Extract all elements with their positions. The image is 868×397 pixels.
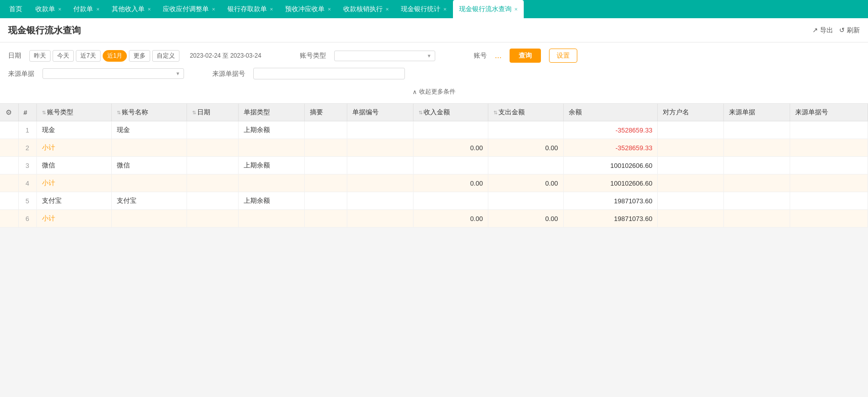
- filter-row-1: 日期 昨天 今天 近7天 近1月 更多 自定义 2023-02-24 至 202…: [8, 49, 860, 63]
- source-doc-select[interactable]: ▾: [42, 68, 184, 79]
- cell-doc-type: [238, 174, 304, 192]
- cell-source-doc: [724, 210, 790, 228]
- nav-ar-ap-adjust-close[interactable]: ×: [212, 6, 215, 12]
- nav-home[interactable]: 首页: [2, 0, 29, 18]
- nav-bank-deposit-label: 银行存取款单: [227, 5, 267, 14]
- nav-cash-bank-flow-close[interactable]: ×: [515, 6, 518, 12]
- cell-income: [413, 157, 488, 174]
- nav-prepay-offset-label: 预收冲应收单: [285, 5, 325, 14]
- date-btn-yesterday[interactable]: 昨天: [29, 50, 51, 62]
- nav-receipt-verify-close[interactable]: ×: [386, 6, 389, 12]
- data-table: ⚙ # ⇅账号类型 ⇅账号名称 ⇅日期 单据类型 摘要 单据编号 ⇅收入金额 ⇅…: [0, 104, 868, 228]
- col-account-name[interactable]: ⇅账号名称: [112, 104, 187, 121]
- cell-balance: 19871073.60: [563, 210, 658, 228]
- cell-doc-num: [347, 139, 413, 157]
- nav-cash-bank-stat[interactable]: 现金银行统计 ×: [395, 0, 452, 18]
- table-row: 6 小计 0.00 0.00 19871073.60: [0, 210, 868, 228]
- account-type-label: 账号类型: [300, 51, 326, 60]
- header-actions: ↗ 导出 ↺ 刷新: [812, 26, 860, 35]
- cell-counterpart: [658, 210, 724, 228]
- nav-payment-close[interactable]: ×: [96, 6, 99, 12]
- query-button[interactable]: 查询: [510, 49, 541, 63]
- cell-account-type: 小计: [36, 174, 112, 192]
- nav-bank-deposit[interactable]: 银行存取款单 ×: [221, 0, 279, 18]
- col-settings[interactable]: ⚙: [0, 104, 18, 121]
- date-btn-7days[interactable]: 近7天: [76, 50, 101, 62]
- cell-account-name: [112, 210, 187, 228]
- account-type-select[interactable]: ▾: [334, 51, 435, 61]
- table-row: 5 支付宝 支付宝 上期余额 19871073.60: [0, 192, 868, 210]
- export-label: 导出: [820, 26, 833, 35]
- nav-payment-label: 付款单: [73, 5, 93, 14]
- table-row: 2 小计 0.00 0.00 -3528659.33: [0, 139, 868, 157]
- cell-num: 6: [18, 210, 36, 228]
- cell-balance: -3528659.33: [563, 139, 658, 157]
- table-body: 1 现金 现金 上期余额 -3528659.33 2 小计 0.00 0.00 …: [0, 121, 868, 228]
- cell-expense: 0.00: [488, 174, 564, 192]
- nav-cash-bank-flow-label: 现金银行流水查询: [459, 5, 512, 14]
- cell-counterpart: [658, 157, 724, 174]
- refresh-icon: ↺: [839, 26, 845, 34]
- table-settings-icon[interactable]: ⚙: [6, 108, 12, 116]
- cell-settings: [0, 192, 18, 210]
- cell-summary: [304, 157, 347, 174]
- cell-account-type: 小计: [36, 139, 112, 157]
- col-balance: 余额: [563, 104, 658, 121]
- col-source-doc-num: 来源单据号: [790, 104, 867, 121]
- col-date[interactable]: ⇅日期: [187, 104, 238, 121]
- date-btn-custom[interactable]: 自定义: [152, 50, 179, 62]
- source-doc-arrow-icon: ▾: [176, 70, 179, 77]
- cell-doc-type: 上期余额: [238, 157, 304, 174]
- cell-doc-num: [347, 210, 413, 228]
- nav-other-income-close[interactable]: ×: [148, 6, 151, 12]
- table-header: ⚙ # ⇅账号类型 ⇅账号名称 ⇅日期 单据类型 摘要 单据编号 ⇅收入金额 ⇅…: [0, 104, 868, 121]
- cell-num: 2: [18, 139, 36, 157]
- cell-num: 5: [18, 192, 36, 210]
- col-num: #: [18, 104, 36, 121]
- cell-income: 0.00: [413, 139, 488, 157]
- source-doc-num-input[interactable]: [253, 68, 405, 79]
- cell-source-doc: [724, 157, 790, 174]
- nav-cash-bank-flow[interactable]: 现金银行流水查询 ×: [453, 0, 524, 18]
- col-account-type[interactable]: ⇅账号类型: [36, 104, 112, 121]
- cell-date: [187, 121, 238, 139]
- col-expense[interactable]: ⇅支出金额: [488, 104, 564, 121]
- nav-other-income[interactable]: 其他收入单 ×: [106, 0, 157, 18]
- cell-source-doc-num: [790, 210, 867, 228]
- account-dots[interactable]: ...: [495, 51, 501, 60]
- cell-source-doc-num: [790, 157, 867, 174]
- nav-ar-ap-adjust[interactable]: 应收应付调整单 ×: [157, 0, 221, 18]
- date-btn-1month[interactable]: 近1月: [103, 50, 127, 62]
- date-btn-today[interactable]: 今天: [53, 50, 74, 62]
- nav-receipt-label: 收款单: [35, 5, 55, 14]
- cell-doc-type: [238, 210, 304, 228]
- collapse-up-icon: ∧: [413, 89, 417, 96]
- nav-prepay-offset-close[interactable]: ×: [328, 6, 331, 12]
- settings-button[interactable]: 设置: [549, 49, 577, 63]
- col-doc-num: 单据编号: [347, 104, 413, 121]
- export-button[interactable]: ↗ 导出: [812, 26, 833, 35]
- cell-source-doc: [724, 192, 790, 210]
- collapse-bar[interactable]: ∧ 收起更多条件: [8, 84, 860, 97]
- nav-prepay-offset[interactable]: 预收冲应收单 ×: [279, 0, 337, 18]
- cell-doc-type: [238, 139, 304, 157]
- nav-home-label: 首页: [9, 5, 22, 14]
- nav-receipt[interactable]: 收款单 ×: [29, 0, 67, 18]
- nav-payment[interactable]: 付款单 ×: [67, 0, 105, 18]
- cell-settings: [0, 210, 18, 228]
- refresh-button[interactable]: ↺ 刷新: [839, 26, 860, 35]
- nav-receipt-verify[interactable]: 收款核销执行 ×: [337, 0, 395, 18]
- col-income[interactable]: ⇅收入金额: [413, 104, 488, 121]
- cell-summary: [304, 174, 347, 192]
- nav-cash-bank-stat-label: 现金银行统计: [401, 5, 440, 14]
- cell-balance: -3528659.33: [563, 121, 658, 139]
- refresh-label: 刷新: [847, 26, 860, 35]
- nav-cash-bank-stat-close[interactable]: ×: [443, 6, 446, 12]
- cell-expense: 0.00: [488, 139, 564, 157]
- nav-receipt-close[interactable]: ×: [58, 6, 61, 12]
- cell-income: 0.00: [413, 174, 488, 192]
- nav-bank-deposit-close[interactable]: ×: [270, 6, 273, 12]
- cell-num: 3: [18, 157, 36, 174]
- nav-other-income-label: 其他收入单: [112, 5, 145, 14]
- date-btn-more[interactable]: 更多: [129, 50, 150, 62]
